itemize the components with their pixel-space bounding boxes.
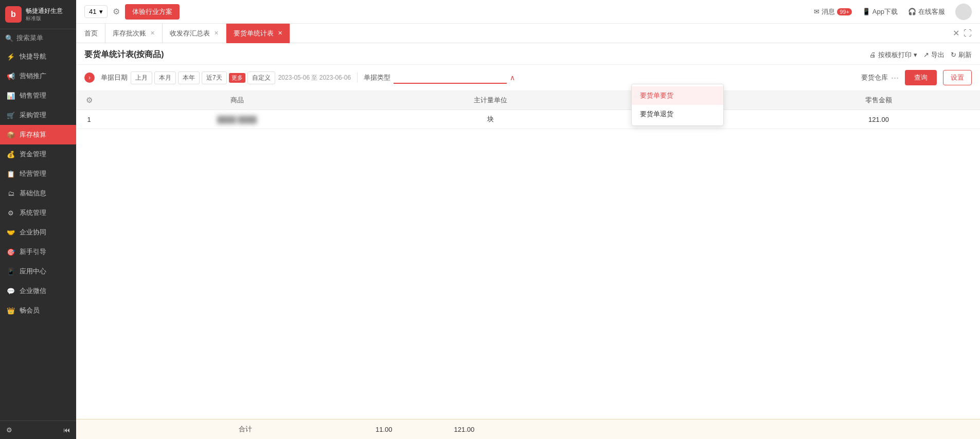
operations-icon: 📋 [6,170,15,178]
date-filter-label: 单据日期 [101,73,128,82]
td-index: 1 [76,110,102,129]
sidebar-item-inventory[interactable]: 📦 库存核算 [0,125,76,144]
sidebar-item-vip[interactable]: 👑 畅会员 [0,301,76,320]
warehouse-filter-label: 要货仓库 [861,73,888,82]
sidebar-item-system[interactable]: ⚙ 系统管理 [0,203,76,223]
filter-expand-icon[interactable]: › [84,72,95,83]
type-dropdown-icon[interactable]: ∧ [510,74,515,82]
last-month-btn[interactable]: 上月 [131,71,152,84]
sidebar-logo: b 畅捷通好生意 标准版 [0,0,76,29]
sidebar-item-operations[interactable]: 📋 经营管理 [0,164,76,184]
online-service-item[interactable]: 🎧 在线客服 [908,7,945,16]
headset-icon: 🎧 [908,8,916,15]
export-icon: ↗ [923,51,929,59]
phone-icon: 📱 [862,8,870,15]
online-service-label: 在线客服 [918,7,945,16]
chevron-down-icon: ▾ [99,8,103,15]
more-date-badge[interactable]: 更多 [229,73,245,83]
wechat-icon: 💬 [6,287,15,295]
this-month-btn[interactable]: 本月 [154,71,176,84]
tab-home[interactable]: 首页 [84,24,105,43]
tab-order-stats-close[interactable]: ✕ [278,30,282,36]
table-header-row: ⚙ 商品 主计量单位 主数量 零售金额 [76,91,980,110]
sidebar-item-apps[interactable]: 📱 应用中心 [0,262,76,281]
tab-order-stats-label: 要货单统计表 [234,29,274,38]
tab-order-stats[interactable]: 要货单统计表 ✕ [226,24,290,43]
type-filter-input[interactable] [394,72,507,84]
app-download-item[interactable]: 📱 App下载 [862,7,898,16]
td-product: ████ ████ [102,110,372,129]
table-settings-icon[interactable]: ⚙ [86,96,93,104]
filter-settings-btn[interactable]: 设置 [943,70,972,85]
logo-icon: b [5,6,22,23]
sidebar-item-enterprise[interactable]: 🤝 企业协同 [0,223,76,242]
trial-btn[interactable]: 体验行业方案 [125,4,180,20]
store-selector[interactable]: 41 ▾ [84,5,108,18]
query-btn[interactable]: 查询 [905,70,937,85]
page-container: 要货单统计表(按商品) 🖨 按模板打印 ▾ ↗ 导出 ↻ 刷新 [76,43,980,439]
tab-home-label: 首页 [84,29,98,38]
filter-separator [357,72,358,83]
logo-sub: 标准版 [26,15,63,22]
tab-inventory-batch-close[interactable]: ✕ [150,30,155,36]
sidebar-item-purchase[interactable]: 🛒 采购管理 [0,105,76,125]
custom-date-btn[interactable]: 自定义 [247,71,275,84]
print-icon: 🖨 [869,51,876,59]
data-table: ⚙ 商品 主计量单位 主数量 零售金额 1 ████ ████ [76,91,980,129]
message-icon: ✉ [814,8,819,15]
export-btn[interactable]: ↗ 导出 [923,50,945,60]
warehouse-filter-group: 要货仓库 ··· [861,72,899,83]
print-btn[interactable]: 🖨 按模板打印 ▾ [869,50,917,60]
table-footer: 合计 11.00 121.00 [76,419,980,439]
sidebar-item-label: 快捷导航 [20,52,46,61]
vip-icon: 👑 [6,307,15,315]
sidebar-item-guide[interactable]: 🎯 新手引导 [0,242,76,262]
quick-nav-icon: ⚡ [6,53,15,61]
tabs-expand-icon[interactable]: ⛶ [964,29,972,38]
sidebar-item-label: 企业协同 [20,228,46,237]
tab-receive-summary-close[interactable]: ✕ [214,30,219,36]
sidebar-item-label: 基础信息 [20,189,46,198]
tab-receive-summary[interactable]: 收发存汇总表 ✕ [163,24,226,43]
system-icon: ⚙ [6,209,15,217]
messages-item[interactable]: ✉ 消息 99+ [814,7,852,16]
type-filter-label: 单据类型 [364,73,390,82]
this-year-btn[interactable]: 本年 [178,71,200,84]
sidebar-settings-icon[interactable]: ⚙ [6,426,12,434]
guide-icon: 🎯 [6,248,15,256]
td-amount: 121.00 [777,110,980,129]
sidebar-item-sales[interactable]: 📊 销售管理 [0,86,76,105]
tab-inventory-batch[interactable]: 库存批次账 ✕ [105,24,163,43]
sidebar-search[interactable]: 🔍 搜索菜单 [0,29,76,47]
last-7days-btn[interactable]: 近7天 [202,71,227,84]
sidebar-item-label: 新手引导 [20,247,46,257]
topbar: 41 ▾ ⚙ 体验行业方案 ✉ 消息 99+ 📱 App下载 🎧 在线客服 [76,0,980,24]
page-actions: 🖨 按模板打印 ▾ ↗ 导出 ↻ 刷新 [869,50,972,60]
enterprise-icon: 🤝 [6,229,15,236]
inventory-icon: 📦 [6,131,15,139]
sidebar-item-label: 畅会员 [20,306,40,315]
sidebar-collapse-icon[interactable]: ⏮ [63,426,70,434]
td-unit: 块 [372,110,609,129]
warehouse-more-icon[interactable]: ··· [891,72,899,83]
sidebar-item-quick-nav[interactable]: ⚡ 快捷导航 [0,47,76,66]
date-buttons: 上月 本月 本年 近7天 更多 自定义 [131,71,275,84]
dropdown-item-require-return[interactable]: 要货单退货 [632,105,723,123]
topbar-left: 41 ▾ ⚙ 体验行业方案 [84,4,180,20]
messages-badge: 99+ [837,8,852,15]
tab-receive-summary-label: 收发存汇总表 [170,29,210,38]
avatar[interactable] [955,4,972,20]
tabs-close-all-icon[interactable]: ✕ [953,28,959,38]
dropdown-item-require-order[interactable]: 要货单要货 [632,86,723,105]
product-name: ████ ████ [217,116,257,123]
sidebar-item-marketing[interactable]: 📢 营销推广 [0,66,76,86]
topbar-settings-icon[interactable]: ⚙ [113,7,120,16]
sidebar-item-finance[interactable]: 💰 资金管理 [0,144,76,164]
sidebar-item-wechat[interactable]: 💬 企业微信 [0,281,76,301]
content: 要货单统计表(按商品) 🖨 按模板打印 ▾ ↗ 导出 ↻ 刷新 [76,43,980,439]
sidebar-item-basic[interactable]: 🗂 基础信息 [0,184,76,203]
sidebar-item-label: 销售管理 [20,91,46,100]
type-dropdown-menu: 要货单要货 要货单退货 [631,84,724,126]
refresh-btn[interactable]: ↻ 刷新 [951,50,972,60]
logo-name: 畅捷通好生意 [26,7,63,15]
